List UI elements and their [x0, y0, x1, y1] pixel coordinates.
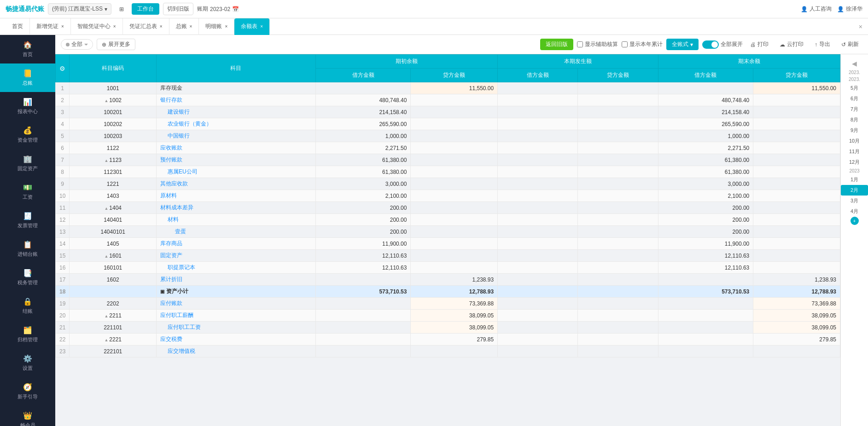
all-filter-button[interactable]: 全部 — [61, 39, 93, 50]
tab-new-voucher[interactable]: 新增凭证 × — [30, 18, 71, 35]
calendar-icon[interactable]: 📅 — [232, 6, 239, 12]
full-format-button[interactable]: 全账式 ▾ — [666, 39, 699, 50]
month-item-7[interactable]: 7月 — [841, 104, 868, 115]
help-section[interactable]: 👤 人工咨询 — [801, 5, 832, 13]
month-item-2-active[interactable]: 2月 — [841, 185, 868, 196]
month-item-5[interactable]: 5月 — [841, 83, 868, 93]
month-item-8[interactable]: 8月 — [841, 115, 868, 125]
expand-arrow-icon[interactable]: ▲ — [104, 98, 108, 103]
row-name-21[interactable]: 应交税费 — [157, 334, 316, 345]
row-name-link-4[interactable]: 中国银行 — [168, 132, 190, 139]
sidebar-item-closing[interactable]: 🔒 结账 — [0, 292, 55, 320]
row-name-12[interactable]: 壹蛋 — [157, 226, 316, 238]
row-name-20[interactable]: 应付职工工资 — [157, 322, 316, 334]
sidebar-item-salary[interactable]: 💵 工资 — [0, 178, 55, 206]
row-name-link-19[interactable]: 应付职工薪酬 — [160, 312, 193, 318]
month-item-12[interactable]: 12月 — [841, 157, 868, 167]
tab-close-new-voucher[interactable]: × — [61, 24, 64, 29]
export-button[interactable]: ↑ 导出 — [811, 39, 834, 50]
tab-close-balance[interactable]: × — [260, 24, 263, 29]
row-name-link-18[interactable]: 应付账款 — [160, 300, 182, 306]
row-name-link-3[interactable]: 农业银行（黄金） — [168, 121, 212, 127]
row-name-link-12[interactable]: 壹蛋 — [175, 228, 186, 235]
month-item-11[interactable]: 11月 — [841, 146, 868, 157]
sidebar-item-fixed-asset[interactable]: 🏢 固定资产 — [0, 149, 55, 178]
tab-close-voucher-summary[interactable]: × — [160, 24, 163, 29]
tab-close-smart-verify[interactable]: × — [113, 24, 116, 29]
sidebar-item-archive[interactable]: 🗂️ 归档管理 — [0, 320, 55, 349]
tab-close-detail-ledger[interactable]: × — [225, 24, 227, 29]
row-name-link-22[interactable]: 应交增值税 — [168, 348, 195, 354]
row-name-13[interactable]: 库存商品 — [157, 238, 316, 250]
month-item-3[interactable]: 3月 — [841, 196, 868, 206]
workbench-button[interactable]: 工作台 — [132, 3, 159, 15]
expand-all-toggle[interactable]: 全部展开 — [702, 40, 743, 49]
row-name-16[interactable]: 累计折旧 — [157, 274, 316, 286]
table-settings-icon[interactable]: ⚙ — [59, 65, 65, 72]
row-name-link-5[interactable]: 应收账款 — [160, 144, 182, 151]
row-name-8[interactable]: 其他应收款 — [157, 178, 316, 190]
print-button[interactable]: 🖨 打印 — [746, 39, 772, 50]
row-name-6[interactable]: 预付账款 — [157, 154, 316, 166]
tab-close-ledger[interactable]: × — [190, 24, 192, 29]
sidebar-item-report[interactable]: 📊 报表中心 — [0, 92, 55, 121]
sidebar-item-purchase-sales[interactable]: 📋 进销台账 — [0, 235, 55, 263]
row-name-link-8[interactable]: 其他应收款 — [160, 180, 188, 187]
row-name-5[interactable]: 应收账款 — [157, 142, 316, 154]
row-name-1[interactable]: 银行存款 — [157, 94, 316, 106]
row-name-link-1[interactable]: 银行存款 — [160, 97, 182, 103]
tab-home[interactable]: 首页 — [6, 18, 30, 35]
table-container[interactable]: ⚙ 科目编码 科目 期初余额 本期发生额 期末余额 借方金额 贷方金额 借方金额 — [55, 54, 840, 426]
row-name-link-6[interactable]: 预付账款 — [160, 156, 182, 163]
show-ytd-checkbox[interactable]: 显示本年累计 — [622, 40, 663, 48]
show-ytd-input[interactable] — [622, 41, 628, 47]
tab-ledger[interactable]: 总账 × — [169, 18, 199, 35]
return-old-version-button[interactable]: 返回旧版 — [540, 39, 573, 50]
tab-voucher-summary[interactable]: 凭证汇总表 × — [123, 18, 169, 35]
row-name-link-16[interactable]: 累计折旧 — [160, 276, 182, 282]
row-name-link-13[interactable]: 库存商品 — [160, 240, 182, 247]
row-name-link-21[interactable]: 应交税费 — [160, 336, 182, 342]
month-item-4[interactable]: 4月 — [841, 206, 868, 217]
row-name-link-10[interactable]: 材料成本差异 — [160, 204, 193, 211]
row-name-19[interactable]: 应付职工薪酬 — [157, 310, 316, 322]
row-name-link-11[interactable]: 材料 — [168, 216, 179, 223]
row-name-4[interactable]: 中国银行 — [157, 130, 316, 142]
sidebar-item-home[interactable]: 🏠 首页 — [0, 35, 55, 63]
switch-version-button[interactable]: 切到旧版 — [163, 3, 193, 15]
sidebar-item-ledger[interactable]: 📒 总账 — [0, 63, 55, 92]
expand-arrow-icon[interactable]: ▲ — [104, 254, 108, 259]
expand-arrow-icon[interactable]: ▲ — [104, 206, 108, 211]
sidebar-item-tax[interactable]: 📑 税务管理 — [0, 263, 55, 292]
month-item-1[interactable]: 1月 — [841, 174, 868, 185]
sidebar-item-member[interactable]: 👑 畅会员 — [0, 406, 55, 426]
expand-arrow-icon[interactable]: ▲ — [104, 158, 108, 163]
close-all-tabs-icon[interactable]: × — [859, 23, 862, 30]
row-name-11[interactable]: 材料 — [157, 214, 316, 226]
sidebar-item-settings[interactable]: ⚙️ 设置 — [0, 349, 55, 377]
month-item-9[interactable]: 9月 — [841, 125, 868, 136]
company-selector[interactable]: (劳前) 江西晟宝-LSS ▾ — [48, 3, 111, 15]
row-name-7[interactable]: 惠属EU公司 — [157, 166, 316, 178]
row-name-15[interactable]: 职提票记本 — [157, 262, 316, 274]
row-name-link-2[interactable]: 建设银行 — [168, 109, 190, 115]
row-name-3[interactable]: 农业银行（黄金） — [157, 118, 316, 130]
tab-smart-verify[interactable]: 智能凭证中心 × — [71, 18, 123, 35]
row-name-link-15[interactable]: 职提票记本 — [168, 264, 195, 271]
tab-balance[interactable]: 余额表 × — [234, 18, 270, 35]
col-setting-header[interactable]: ⚙ — [56, 55, 70, 82]
row-name-22[interactable]: 应交增值税 — [157, 345, 316, 357]
row-name-18[interactable]: 应付账款 — [157, 298, 316, 310]
show-aux-checkbox[interactable]: 显示辅助核算 — [577, 40, 618, 48]
row-name-link-20[interactable]: 应付职工工资 — [168, 324, 201, 330]
row-name-14[interactable]: 固定资产 — [157, 250, 316, 262]
sidebar-item-asset-mgmt[interactable]: 💰 资金管理 — [0, 121, 55, 149]
add-period-icon[interactable]: + — [851, 217, 859, 225]
sidebar-item-guide[interactable]: 🧭 新手引导 — [0, 377, 55, 406]
toggle-switch-icon[interactable] — [702, 40, 719, 49]
tab-detail-ledger[interactable]: 明细账 × — [199, 18, 234, 35]
row-name-link-7[interactable]: 惠属EU公司 — [168, 168, 198, 175]
user-section[interactable]: 👤 徐泽华 — [837, 5, 862, 13]
copy-icon[interactable]: ⊞ — [115, 3, 128, 16]
month-item-10[interactable]: 10月 — [841, 136, 868, 146]
